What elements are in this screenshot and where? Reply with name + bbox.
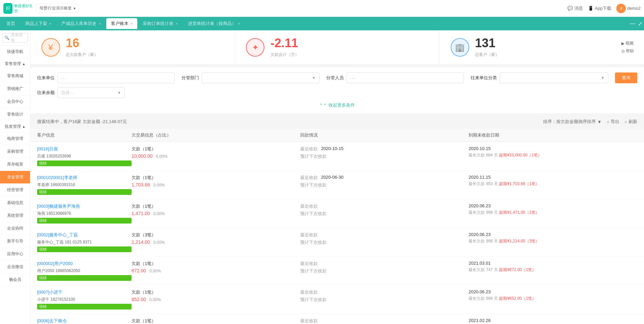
table-row: [000002]用户2050 用户2050 18665062050 现销 欠款（… [30, 257, 644, 285]
tab-products[interactable]: 商品上下架× [21, 18, 56, 29]
customer-name[interactable]: [0016]吕俊 [37, 146, 132, 152]
sidebar-label: 企业微信 [7, 264, 23, 269]
customer-name[interactable]: [0003]畅捷服务尹海燕 [37, 203, 132, 209]
sidebar-item-retail-stats[interactable]: 零售统计 [0, 108, 30, 121]
tab-inventory_stat[interactable]: 进货单统计表（按商品）× [183, 18, 245, 29]
export-button[interactable]: ○ 导出 [607, 119, 619, 125]
collapse-filter-button[interactable]: ⌃⌃ 收起更多条件 [37, 102, 637, 108]
department-input[interactable]: ▼ [202, 72, 319, 83]
overdue-link[interactable]: 超期¥672.00（1笔） [499, 267, 536, 272]
balance-input[interactable]: 选择... ▼ [57, 87, 125, 98]
debt-row: 1,703.68 0.00% [132, 182, 300, 187]
video-button[interactable]: ▶ 视频 [621, 40, 634, 46]
tab-close-icon[interactable]: × [49, 22, 51, 26]
customer-info: [0016]吕俊 吕俊 13026203696 现销 [37, 146, 132, 166]
department-arrow-icon: ▼ [312, 76, 316, 80]
sidebar-item-enterprise[interactable]: 企业协同 [0, 222, 30, 235]
tab-purchase_order[interactable]: 采购订单统计表× [138, 18, 182, 29]
customer-info: [0006]去下粮仓 陈小希 现销 [37, 318, 132, 324]
app-download-button[interactable]: 📱 App下载 [588, 5, 611, 11]
sidebar-item-new-guide[interactable]: 新手引导 [0, 235, 30, 248]
overdue-link[interactable]: 超期¥1,703.68（1笔） [499, 181, 539, 186]
staff-input[interactable]: ··· [346, 72, 464, 83]
refresh-button[interactable]: ○ 刷新 [624, 119, 637, 125]
tab-minimize-icon[interactable]: — [630, 21, 635, 27]
sidebar-label: 快捷导航 [7, 49, 23, 54]
unit-category-input[interactable]: ▼ [500, 72, 608, 83]
sidebar-item-wechat[interactable]: 企业微信 [0, 261, 30, 273]
tab-close-icon[interactable]: × [99, 22, 101, 26]
sidebar-item-system-mgmt[interactable]: 系统管理 [0, 209, 30, 222]
last-payment-row: 最近收款 [300, 289, 469, 295]
store-selector[interactable]: 母婴行业演示账套 ▾ [36, 4, 79, 13]
tab-close-icon[interactable]: × [238, 22, 240, 26]
customer-tag: 现销 [37, 189, 132, 195]
sidebar-item-member-center[interactable]: 会员中心 [0, 95, 30, 108]
tab-close-icon[interactable]: × [175, 22, 177, 26]
unit-category-filter: 往来单位分类 ▼ [471, 72, 608, 83]
message-button[interactable]: 💬 消息 [567, 5, 583, 11]
next-payment-label: 预计下次收款 [300, 153, 327, 159]
customer-info: [0003]畅捷服务尹海燕 海燕 18513066976 现销 [37, 203, 132, 224]
overdue-link[interactable]: 超期¥652.00（1笔） [499, 296, 536, 301]
recovery-info: 最近收款 2020-10-15 预计下次收款 [300, 146, 469, 166]
search-menu-input[interactable]: 🔍 搜索菜单 [2, 33, 28, 42]
debt-percent: 0.00% [149, 297, 161, 302]
customer-name[interactable]: [0002]服务中心_丁磊 [37, 232, 132, 238]
sidebar-item-app-center[interactable]: 应用中心 [0, 248, 30, 261]
customer-phone: 吕俊 13026203696 [37, 153, 132, 159]
last-payment-label: 最近收款 [300, 289, 318, 295]
department-label: 分管部门 [181, 75, 199, 81]
sidebar-item-finance[interactable]: 资金管理 [0, 171, 30, 184]
tab-close-icon[interactable]: × [131, 22, 133, 26]
sidebar-item-retail-mgmt[interactable]: 零售管理▲ [0, 58, 30, 70]
balance-filter: 往来余额 选择... ▼ [37, 87, 125, 98]
last-payment-label: 最近收款 [300, 261, 318, 267]
sidebar-item-quick-nav[interactable]: 快捷导航 [0, 46, 30, 58]
overdue-link[interactable]: 超期¥1,471.00（1笔） [499, 210, 539, 215]
sort-label: 排序：按欠款金额倒序排序 [543, 119, 596, 125]
debt-info: 欠款（1笔） 455.90 0.00% [132, 318, 300, 324]
main-layout: 🔍 搜索菜单 快捷导航零售管理▲零售商城营销推广会员中心零售统计批发管理▲电商管… [0, 30, 644, 324]
sidebar-label: 应用中心 [7, 252, 23, 256]
customer-name[interactable]: [0006]去下粮仓 [37, 318, 132, 324]
tab-home[interactable]: 首页 [2, 18, 20, 29]
sidebar-item-basic-info[interactable]: 基础信息 [0, 197, 30, 209]
balance-arrow-icon: ▼ [117, 91, 121, 95]
sidebar-label: 电商管理 [7, 136, 23, 141]
customer-name[interactable]: [000002]用户2050 [37, 261, 132, 267]
overdue-date: 2020.11.15 [469, 175, 637, 180]
tab-maximize-icon[interactable]: ⤢ [638, 21, 642, 27]
help-button[interactable]: ⊙ 帮助 [621, 48, 634, 54]
search-button[interactable]: 查询 [615, 72, 637, 83]
tab-customer_account[interactable]: 客户账本× [106, 18, 137, 29]
customer-name[interactable]: [0001020001]李老师 [37, 175, 132, 181]
sidebar-item-ecommerce[interactable]: 电商管理 [0, 132, 30, 145]
sidebar-item-retail-mall[interactable]: 零售商城 [0, 70, 30, 83]
source-unit-input[interactable]: ··· [57, 72, 175, 83]
content-area: ¥ 16 总欠款客户（家） ✦ -2.11 欠款合计（万） [30, 30, 644, 324]
last-payment-date: 2020-10-15 [321, 146, 344, 152]
overdue-link[interactable]: 超期¥1,214.00（3笔） [499, 239, 539, 243]
next-payment-row: 预计下次收款 [300, 239, 469, 245]
sidebar-label: 营销推广 [7, 86, 23, 91]
overdue-link[interactable]: 超期¥10,000.00（1笔） [499, 153, 542, 157]
debt-percent: 0.00% [156, 154, 167, 159]
sidebar-item-vip[interactable]: 畅会员 [0, 273, 30, 286]
tab-label: 产成品入库单历史 [61, 21, 96, 27]
search-placeholder: 搜索菜单 [11, 32, 26, 43]
sidebar: 🔍 搜索菜单 快捷导航零售管理▲零售商城营销推广会员中心零售统计批发管理▲电商管… [0, 30, 30, 324]
recovery-info: 最近收款 2020-06-30 预计下次收款 [300, 175, 469, 195]
sidebar-item-purchase-mgmt[interactable]: 采购管理 [0, 145, 30, 158]
user-menu[interactable]: d demo2 [616, 4, 641, 13]
sidebar-item-operations[interactable]: 经营管理 [0, 184, 30, 197]
refresh-icon: ○ [624, 119, 627, 124]
sidebar-item-inventory[interactable]: 库存核算 [0, 158, 30, 171]
debt-count: 欠款（1笔） [132, 146, 300, 152]
sidebar-item-marketing[interactable]: 营销推广 [0, 83, 30, 95]
customer-name[interactable]: [0007]小进干 [37, 289, 132, 295]
tab-production[interactable]: 产成品入库单历史× [57, 18, 105, 29]
sort-selector[interactable]: 排序：按欠款金额倒序排序 ▼ [543, 119, 601, 125]
sidebar-item-batch-mgmt[interactable]: 批发管理▲ [0, 121, 30, 132]
customer-info: [000002]用户2050 用户2050 18665062050 现销 [37, 261, 132, 281]
